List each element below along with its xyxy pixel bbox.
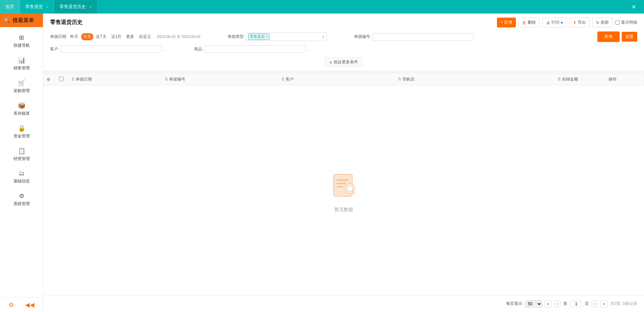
page-unit: 页: [585, 301, 589, 307]
sidebar-item-sys-mgmt[interactable]: ⚙ 系统管理: [0, 188, 43, 211]
base-info-icon: 🗂: [19, 170, 25, 177]
doc-type-tag-close[interactable]: ×: [266, 35, 268, 39]
date-btn-more[interactable]: 更多: [124, 33, 136, 40]
show-detail-input[interactable]: [615, 20, 620, 25]
last-page-button[interactable]: »: [600, 300, 607, 307]
collapse-button[interactable]: ∧ 收起更多条件: [325, 58, 362, 67]
sidebar-item-inventory-label: 库存核算: [14, 111, 30, 116]
goods-dots[interactable]: ...: [308, 47, 311, 51]
sidebar-item-quick-nav-label: 快捷导航: [14, 43, 30, 48]
show-detail-label: 显示明细: [621, 20, 637, 25]
export-button[interactable]: ⬆ 导出: [569, 18, 590, 27]
date-btn-1month[interactable]: 近1月: [109, 33, 124, 40]
sidebar-item-quick-nav[interactable]: ⊞ 快捷导航: [0, 30, 43, 52]
content-area: 零售退货历史 + 新增 🗑 删除 🖨 打印 ▾ ⬆: [43, 14, 644, 312]
th-amount[interactable]: ⇅ 实销金额: [504, 74, 581, 85]
doc-type-label: 单据类型: [228, 34, 244, 40]
doc-num-filter: 单据编号: [354, 33, 474, 41]
finance-icon: 🔒: [18, 125, 25, 132]
sidebar-item-base-info[interactable]: 🗂 基础信息: [0, 166, 43, 188]
collapse-icon: ∧: [329, 60, 332, 65]
total-info: 共0页, 0条记录: [610, 301, 637, 307]
sidebar-item-ops-mgmt-label: 经营管理: [14, 156, 30, 162]
th-amount-sort-icon: ⇅: [557, 77, 561, 82]
tab-retail-return-close[interactable]: ×: [46, 5, 48, 9]
filter-area: 单据日期 昨天 今天 近7天 近1月 更多 自定义 2023-06-02 至 2…: [50, 31, 637, 71]
tab-retail-return-history-close[interactable]: ×: [89, 5, 91, 9]
date-btn-7days[interactable]: 近7天: [94, 33, 109, 40]
sidebar-item-inventory[interactable]: 📦 库存核算: [0, 98, 43, 120]
query-button[interactable]: 查询: [597, 31, 620, 42]
svg-rect-2: [336, 179, 348, 181]
gear-icon[interactable]: ⚙: [47, 77, 50, 82]
sidebar-search[interactable]: 🔍 搜索菜单: [0, 14, 43, 27]
print-button[interactable]: 🖨 打印 ▾: [542, 18, 567, 27]
sys-mgmt-icon: ⚙: [19, 192, 24, 200]
empty-state: 暂无数据: [43, 85, 644, 295]
th-ops-label: 操作: [609, 77, 617, 82]
th-date[interactable]: ⇅ 单据日期: [68, 74, 161, 85]
goods-label: 商品: [194, 46, 202, 52]
prev-page-button[interactable]: ‹: [554, 300, 560, 307]
empty-text: 暂无数据: [334, 207, 353, 213]
doc-num-label: 单据编号: [354, 34, 370, 40]
th-customer[interactable]: ⇅ 客户: [278, 74, 394, 85]
date-btn-yesterday[interactable]: 昨天: [68, 33, 80, 40]
next-page-button[interactable]: ›: [592, 300, 598, 307]
first-page-button[interactable]: «: [545, 300, 552, 307]
sidebar-item-purchase-mgmt[interactable]: 🛒 采购管理: [0, 75, 43, 98]
customer-dots[interactable]: ...: [164, 47, 167, 51]
doc-type-arrow: ∨: [322, 35, 325, 39]
per-page-label: 每页显示: [506, 301, 522, 307]
search-icon: 🔍: [4, 18, 10, 23]
tab-retail-return-history[interactable]: 零售退货历史 ×: [54, 0, 97, 14]
filter-row-2: 客户 ... 商品 ...: [50, 45, 637, 53]
customer-filter: 客户 ...: [50, 45, 167, 53]
tab-retail-return[interactable]: 零售退货 ×: [20, 0, 54, 14]
date-filter-label: 单据日期: [50, 34, 66, 40]
empty-icon: [327, 168, 361, 201]
date-btn-today[interactable]: 今天: [81, 33, 93, 40]
th-checkbox[interactable]: [55, 74, 68, 85]
th-number[interactable]: ⇅ 单据编号: [161, 74, 278, 85]
th-ops: 操作: [581, 74, 644, 85]
settings-bottom-button[interactable]: ⚙: [8, 301, 14, 309]
sidebar-search-label: 搜索菜单: [13, 17, 34, 24]
customer-input[interactable]: [60, 45, 162, 53]
doc-type-select[interactable]: 零售退货 × ∨: [246, 32, 327, 41]
sidebar-item-finance[interactable]: 🔒 资金管理: [0, 120, 43, 143]
per-page-select[interactable]: 50 100 200: [525, 300, 542, 308]
doc-type-tag-value: 零售退货: [250, 34, 265, 39]
table-header: ⚙ ⇅ 单据日期 ⇅ 单据编号: [43, 74, 644, 85]
table-container: ⚙ ⇅ 单据日期 ⇅ 单据编号: [43, 74, 644, 295]
goods-input[interactable]: [204, 45, 306, 53]
tab-home[interactable]: 首页: [0, 0, 20, 14]
show-detail-checkbox[interactable]: 显示明细: [615, 20, 637, 25]
ops-mgmt-icon: 📋: [18, 147, 25, 155]
th-date-sort-icon: ⇅: [71, 77, 75, 82]
sidebar-item-base-info-label: 基础信息: [14, 178, 30, 184]
th-guide[interactable]: ⇅ 导购员: [394, 74, 487, 85]
delete-button[interactable]: 🗑 删除: [519, 18, 540, 27]
window-close-button[interactable]: ✕: [629, 4, 639, 10]
tab-retail-return-label: 零售退货: [25, 4, 43, 10]
th-spacer: [487, 74, 504, 85]
data-table: ⚙ ⇅ 单据日期 ⇅ 单据编号: [43, 74, 644, 85]
sidebar-item-purchase-mgmt-label: 采购管理: [14, 88, 30, 94]
volume-bottom-button[interactable]: ◀◀: [25, 301, 34, 309]
tab-retail-return-history-label: 零售退货历史: [59, 4, 86, 10]
page-number-input[interactable]: [570, 300, 582, 307]
doc-num-input[interactable]: [372, 33, 474, 41]
sidebar-item-finance-label: 资金管理: [14, 133, 30, 139]
refresh-button[interactable]: ↻ 刷新: [592, 18, 613, 27]
date-btn-custom[interactable]: 自定义: [137, 33, 153, 40]
select-all-checkbox[interactable]: [59, 77, 64, 81]
sidebar-item-sales-mgmt[interactable]: 📊 销售管理: [0, 52, 43, 75]
sidebar-item-ops-mgmt[interactable]: 📋 经营管理: [0, 143, 43, 166]
setting-button[interactable]: 设置: [622, 32, 637, 42]
add-button[interactable]: + 新增: [497, 18, 516, 27]
page-title: 零售退货历史: [50, 19, 82, 26]
top-bar-right: ✕: [629, 4, 644, 10]
th-guide-label: 导购员: [402, 77, 414, 82]
th-gear[interactable]: ⚙: [43, 74, 55, 85]
